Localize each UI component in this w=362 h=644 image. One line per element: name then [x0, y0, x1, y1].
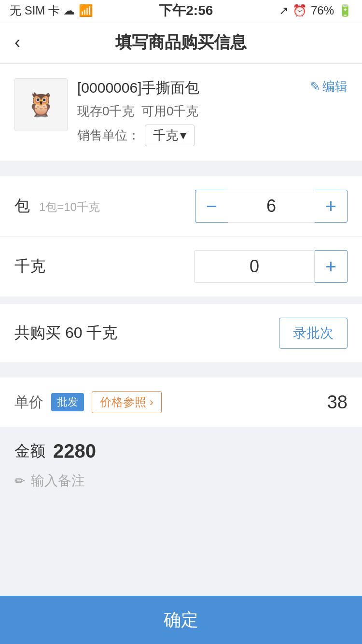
back-button[interactable]: ‹: [14, 32, 20, 53]
page-title: 填写商品购买信息: [115, 31, 247, 54]
alarm-icon: ⏰: [292, 4, 307, 17]
product-info: [0000006]手撕面包 ✎ 编辑 现存0千克 可用0千克 销售单位： 千克 …: [77, 78, 348, 146]
divider-2: [0, 370, 362, 378]
price-row: 单价 批发 价格参照 › 38: [14, 391, 348, 413]
product-unit-row: 销售单位： 千克 ▾: [77, 125, 348, 146]
product-thumbnail: 🦉: [14, 78, 68, 131]
status-left: 无 SIM 卡 ☁ 📶: [10, 3, 93, 18]
sim-label: 无 SIM 卡 ☁: [10, 3, 75, 18]
confirm-label: 确定: [164, 608, 198, 632]
edit-icon: ✎: [310, 79, 320, 94]
amount-label: 金额: [14, 441, 45, 462]
price-tag-badge: 批发: [51, 393, 84, 411]
price-ref-button[interactable]: 价格参照 ›: [92, 391, 162, 413]
amount-value: 2280: [53, 440, 96, 462]
unit-select[interactable]: 千克 ▾: [145, 125, 195, 146]
unit-value: 千克: [153, 127, 178, 144]
battery-icon: 🔋: [338, 4, 352, 17]
confirm-bar[interactable]: 确定: [0, 596, 362, 644]
product-stock: 现存0千克 可用0千克: [77, 103, 348, 120]
kg-row: 千克 +: [0, 237, 362, 296]
product-card: 🦉 [0000006]手撕面包 ✎ 编辑 现存0千克 可用0千克 销售单位： 千…: [0, 64, 362, 161]
kg-plus-button[interactable]: +: [315, 250, 348, 283]
main-content: 🦉 [0000006]手撕面包 ✎ 编辑 现存0千克 可用0千克 销售单位： 千…: [0, 64, 362, 644]
status-time: 下午2:56: [159, 1, 213, 20]
dropdown-icon: ▾: [180, 128, 186, 143]
status-bar: 无 SIM 卡 ☁ 📶 下午2:56 ↗ ⏰ 76% 🔋: [0, 0, 362, 21]
summary-row: 共购买 60 千克 录批次: [0, 304, 362, 362]
kg-label: 千克: [14, 256, 194, 277]
divider-1: [0, 168, 362, 176]
remark-row[interactable]: ✏ 输入备注: [14, 472, 348, 490]
product-name: [0000006]手撕面包: [77, 78, 199, 98]
pack-hint: 1包=10千克: [39, 200, 100, 213]
edit-button[interactable]: ✎ 编辑: [310, 78, 348, 95]
amount-section: 金额 2280 ✏ 输入备注: [0, 427, 362, 500]
summary-text: 共购买 60 千克: [14, 322, 117, 344]
pack-qty-input[interactable]: [228, 190, 315, 223]
pack-qty-control: − +: [195, 190, 348, 223]
status-right: ↗ ⏰ 76% 🔋: [279, 4, 352, 17]
wifi-icon: 📶: [79, 4, 93, 17]
remark-placeholder: 输入备注: [31, 472, 85, 490]
batch-button[interactable]: 录批次: [279, 318, 348, 349]
location-icon: ↗: [279, 4, 289, 17]
quantity-section: 包 1包=10千克 − + 千克 +: [0, 176, 362, 296]
price-value: 38: [327, 392, 348, 413]
pack-row: 包 1包=10千克 − +: [0, 176, 362, 237]
pack-minus-button[interactable]: −: [195, 190, 228, 223]
price-label: 单价: [14, 392, 43, 412]
kg-qty-input[interactable]: [194, 250, 315, 283]
kg-qty-control: +: [194, 250, 348, 283]
price-section: 单价 批发 价格参照 › 38: [0, 378, 362, 427]
product-image-icon: 🦉: [27, 91, 56, 118]
pencil-icon: ✏: [14, 474, 25, 489]
edit-label: 编辑: [322, 78, 348, 95]
battery-label: 76%: [311, 4, 334, 17]
nav-bar: ‹ 填写商品购买信息: [0, 21, 362, 64]
pack-plus-button[interactable]: +: [315, 190, 348, 223]
amount-row: 金额 2280: [14, 440, 348, 462]
pack-label: 包 1包=10千克: [14, 196, 195, 217]
